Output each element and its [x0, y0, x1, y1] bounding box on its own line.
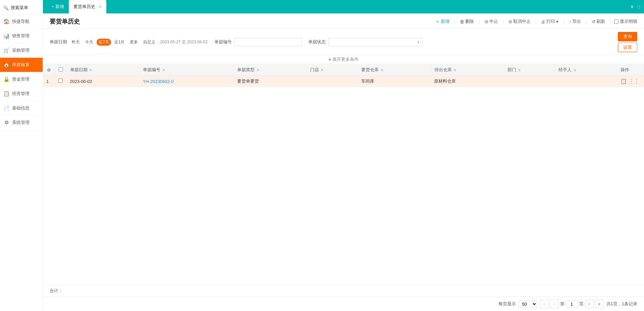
show-detail-checkbox-group: 显示明细 [614, 18, 637, 25]
sidebar-item-sales[interactable]: 📊 销售管理 [0, 29, 43, 43]
sidebar-item-inventory[interactable]: 🏠 库存核算 [0, 58, 43, 72]
refresh-button[interactable]: ↺ 刷新 [590, 18, 606, 25]
td-num: 1 [43, 76, 55, 87]
sidebar-item-label: 库存核算 [12, 62, 30, 68]
page-header: 要货单历史 ＋ 新增 | 🗑 删除 | ⊘ 中止 [43, 13, 644, 29]
td-docno: YH-20230602-0 [140, 76, 234, 87]
new-button[interactable]: ＋ 新增 [434, 18, 451, 25]
tab-active-label: 要货单历史 [73, 4, 95, 10]
page-title: 要货单历史 [50, 17, 80, 26]
expand-more-bar[interactable]: ▾ 展开更多条件 [43, 54, 644, 64]
filter-status-group: 单据状态 [308, 38, 422, 46]
col-req-warehouse: 要货仓库 ⇅ [358, 64, 431, 76]
stop-button[interactable]: ⊘ 中止 [483, 18, 499, 25]
main-area: + 新增 要货单历史 ✕ ✕ □ 要货单历史 ＋ 新增 | [43, 0, 644, 311]
page-next-button[interactable]: › [585, 300, 594, 308]
print-button[interactable]: 🖨 打印 ▾ [540, 18, 560, 25]
cart-icon: 🛒 [3, 47, 9, 53]
setting-button[interactable]: 设置 [618, 43, 637, 52]
col-dept: 部门 ⇅ [504, 64, 555, 76]
sidebar-item-system[interactable]: ⚙ 系统管理 [0, 116, 43, 130]
date-opt-1month[interactable]: 近1月 [112, 39, 127, 46]
date-opt-7days[interactable]: 近7天 [97, 39, 111, 46]
select-all-checkbox[interactable] [59, 67, 63, 72]
inventory-icon: 🏠 [3, 62, 9, 68]
td-ops: 📋 ⋮⋮ [617, 76, 644, 87]
sidebar-item-purchase[interactable]: 🛒 采购管理 [0, 43, 43, 58]
cancel-stop-button[interactable]: ⊘ 取消中止 [507, 18, 532, 25]
lock-icon: 🔒 [3, 76, 9, 82]
td-doctype: 要货单要货 [234, 76, 307, 87]
window-close-icon[interactable]: ✕ [630, 4, 634, 9]
sidebar-item-quick-nav[interactable]: 🏠 快捷导航 [0, 14, 43, 29]
status-select[interactable] [328, 38, 422, 46]
col-checkbox [55, 64, 66, 76]
export-button[interactable]: ↑ 导出 [568, 18, 583, 25]
sort-icon-docno[interactable]: ⇅ [162, 68, 165, 72]
tab-close-icon[interactable]: ✕ [99, 5, 102, 9]
row-checkbox[interactable] [58, 79, 63, 83]
window-restore-icon[interactable]: □ [637, 4, 640, 9]
tab-home-label: + 新增 [52, 4, 64, 10]
page-size-select[interactable]: 10 20 50 100 [519, 300, 537, 308]
show-detail-checkbox[interactable] [614, 19, 619, 24]
sidebar: 🔍 搜索菜单 🏠 快捷导航 📊 销售管理 🛒 采购管理 🏠 库存核算 🔒 资金管… [0, 0, 43, 311]
pagination-nav: « ‹ 第 页 › » [540, 300, 604, 308]
edit-icon[interactable]: 📋 [621, 78, 627, 84]
total-pages-info: 共1页，1条记录 [606, 301, 637, 307]
td-req-warehouse: 车间库 [358, 76, 431, 87]
sort-icon-handler[interactable]: ⇅ [574, 68, 576, 72]
doc-no-link[interactable]: YH-20230602-0 [143, 79, 174, 84]
status-select-wrap [328, 38, 422, 46]
date-opt-yesterday[interactable]: 昨天 [70, 39, 82, 46]
more-icon[interactable]: ⋮⋮ [629, 78, 639, 84]
sort-icon-dept[interactable]: ⇅ [518, 68, 521, 72]
page-container: 要货单历史 ＋ 新增 | 🗑 删除 | ⊘ 中止 [43, 13, 644, 311]
sidebar-item-finance[interactable]: 🔒 资金管理 [0, 72, 43, 87]
date-opt-more[interactable]: 更多 [128, 39, 140, 46]
tab-requisition-history[interactable]: 要货单历史 ✕ [69, 0, 106, 13]
td-date: 2023-06-02 [66, 76, 140, 87]
export-icon: ↑ [569, 19, 572, 24]
col-ops: 操作 [617, 64, 644, 76]
docno-input[interactable] [234, 38, 302, 46]
sidebar-item-operations[interactable]: 📋 经营管理 [0, 87, 43, 101]
sidebar-search[interactable]: 🔍 搜索菜单 [0, 0, 43, 14]
home-icon: 🏠 [3, 18, 9, 25]
chart-icon: 📊 [3, 33, 9, 39]
sidebar-item-basic-info[interactable]: 📄 基础信息 [0, 101, 43, 116]
sidebar-item-label: 经营管理 [12, 91, 30, 97]
sidebar-item-label: 快捷导航 [12, 18, 30, 25]
page-first-button[interactable]: « [540, 300, 549, 308]
tab-home[interactable]: + 新增 [47, 0, 69, 13]
page-last-button[interactable]: » [595, 300, 604, 308]
date-opt-today[interactable]: 今天 [83, 39, 95, 46]
sort-icon-req-warehouse[interactable]: ⇅ [381, 68, 383, 72]
page-suffix: 页 [579, 301, 584, 307]
delete-button[interactable]: 🗑 删除 [459, 18, 475, 25]
new-label: 新增 [441, 18, 449, 25]
sort-icon-doctype[interactable]: ⇅ [257, 68, 259, 72]
cancel-stop-label: 取消中止 [513, 18, 531, 25]
col-date: 单据日期 ⇅ [66, 64, 140, 76]
query-button[interactable]: 查询 [618, 32, 637, 41]
page-prev-button[interactable]: ‹ [550, 300, 559, 308]
page-number-input[interactable] [566, 301, 578, 308]
gear-icon: ⚙ [3, 120, 9, 126]
sort-icon-pending-warehouse[interactable]: ⇅ [453, 68, 456, 72]
td-dept [504, 76, 555, 87]
data-table: ⚙ 单据日期 ⇅ 单据编号 ⇅ 单据类型 ⇅ [43, 64, 644, 87]
settings-icon[interactable]: ⚙ [47, 68, 51, 73]
cancel-stop-icon: ⊘ [508, 19, 512, 24]
pagination-bar: 每页显示 10 20 50 100 « ‹ 第 页 › » 共1页，1条记录 [43, 297, 644, 311]
topbar-right: ✕ □ [630, 4, 640, 9]
date-opt-custom[interactable]: 自定义 [141, 39, 157, 46]
toolbar: ＋ 新增 | 🗑 删除 | ⊘ 中止 | ⊘ [434, 18, 637, 25]
plus-icon: ＋ [435, 18, 440, 25]
sort-icon-store[interactable]: ⇅ [321, 68, 323, 72]
td-store [307, 76, 358, 87]
sort-icon-date[interactable]: ⇅ [89, 68, 92, 72]
export-label: 导出 [572, 18, 581, 25]
filter-bar: 单据日期 昨天 今天 近7天 近1月 更多 自定义 2023-05-27 至 2… [43, 29, 644, 54]
filter-docno-group: 单据编号 [214, 38, 302, 46]
